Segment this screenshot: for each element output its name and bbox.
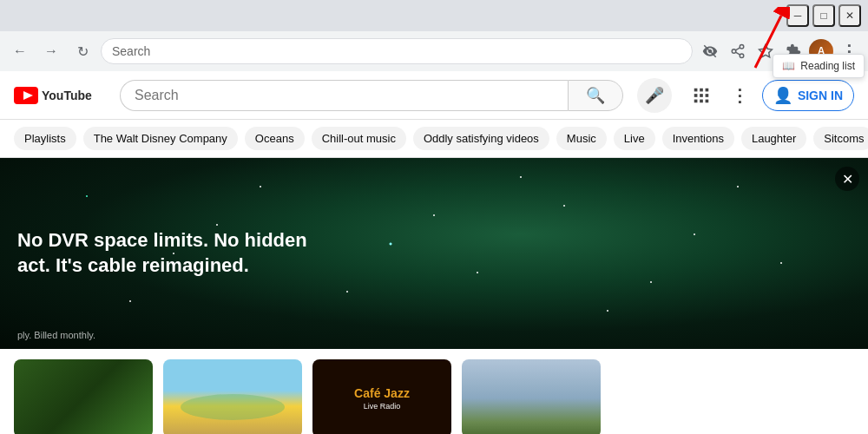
chip-inventions[interactable]: Inventions [662,127,734,150]
cafe-jazz-subtitle: Live Radio [364,402,401,411]
share-icon-button[interactable] [726,39,750,63]
mic-button[interactable]: 🎤 [637,78,672,113]
svg-line-6 [735,52,740,55]
banner-line1: No DVR space limits. No hidden [17,229,307,251]
svg-point-3 [740,45,744,49]
banner-text: No DVR space limits. No hidden act. It's… [17,228,307,278]
browser-titlebar: ─ □ ✕ [0,0,868,31]
address-bar[interactable]: Search [101,38,693,64]
yt-search-bar: 🔍 [120,80,623,111]
reading-list-label: Reading list [800,60,855,72]
svg-rect-18 [694,99,698,102]
yt-header: YouTube 🔍 🎤 ⋮ 👤 SIGN IN [0,71,868,120]
search-button[interactable]: 🔍 [568,80,623,111]
thumb-card-4[interactable] [462,359,601,434]
svg-rect-12 [694,88,698,91]
refresh-button[interactable]: ↻ [69,38,95,64]
address-text: Search [112,44,150,58]
forward-button[interactable]: → [38,38,64,64]
thumbnail-4 [462,359,601,434]
chip-live[interactable]: Live [614,127,655,150]
thumbnail-3: Café Jazz Live Radio [312,359,451,434]
svg-point-5 [740,54,744,58]
chip-sitcoms[interactable]: Sitcoms [813,127,868,150]
close-button[interactable]: ✕ [838,4,861,27]
svg-rect-17 [705,94,708,97]
svg-rect-14 [705,88,708,91]
back-button[interactable]: ← [7,38,33,64]
banner-line2: act. It's cable reimagined. [17,254,249,276]
mic-icon: 🎤 [645,86,664,105]
yt-logo[interactable]: YouTube [14,87,92,104]
thumb-card-2[interactable] [163,359,302,434]
chip-playlists[interactable]: Playlists [14,127,76,150]
chip-oceans[interactable]: Oceans [245,127,305,150]
banner-close-button[interactable]: ✕ [835,167,859,191]
search-icon: 🔍 [586,86,605,105]
browser-toolbar: ← → ↻ Search [0,31,868,71]
svg-rect-16 [700,94,703,97]
browser-chrome: ─ □ ✕ ← → ↻ Search [0,0,868,71]
svg-rect-20 [705,99,708,102]
apps-grid-button[interactable] [686,80,717,111]
signin-label: SIGN IN [798,89,843,102]
youtube-page: YouTube 🔍 🎤 ⋮ 👤 SIGN IN [0,71,868,434]
maximize-button[interactable]: □ [812,4,835,27]
svg-point-4 [732,49,736,54]
svg-rect-19 [700,99,703,102]
thumbnail-1 [14,359,153,434]
chip-music[interactable]: Music [556,127,607,150]
thumb-card-3[interactable]: Café Jazz Live Radio [312,359,451,434]
reading-list-panel: 📖 Reading list [773,54,865,78]
yt-header-right: ⋮ 👤 SIGN IN [686,80,854,111]
svg-rect-15 [694,94,698,97]
eye-slash-icon-button[interactable] [698,39,722,63]
chip-walt-disney[interactable]: The Walt Disney Company [83,127,238,150]
search-input[interactable] [120,80,568,111]
yt-thumbnails-row: Café Jazz Live Radio [0,349,868,434]
signin-button[interactable]: 👤 SIGN IN [762,80,854,111]
chip-chillout[interactable]: Chill-out music [312,127,406,150]
chip-oddly-satisfying[interactable]: Oddly satisfying videos [413,127,549,150]
minimize-button[interactable]: ─ [786,4,809,27]
yt-banner-ad: No DVR space limits. No hidden act. It's… [0,158,868,349]
thumbnail-2 [163,359,302,434]
cafe-jazz-title: Café Jazz [354,386,410,401]
signin-icon: 👤 [773,86,792,105]
yt-chips-row: Playlists The Walt Disney Company Oceans… [0,120,868,158]
chip-laughter[interactable]: Laughter [741,127,806,150]
banner-fine-print: ply. Billed monthly. [17,330,95,340]
svg-marker-8 [760,45,773,57]
reading-list-icon: 📖 [782,60,795,72]
svg-line-7 [735,48,740,50]
yt-more-button[interactable]: ⋮ [724,80,755,111]
svg-rect-13 [700,88,703,91]
svg-text:YouTube: YouTube [42,89,92,102]
thumb-card-1[interactable] [14,359,153,434]
